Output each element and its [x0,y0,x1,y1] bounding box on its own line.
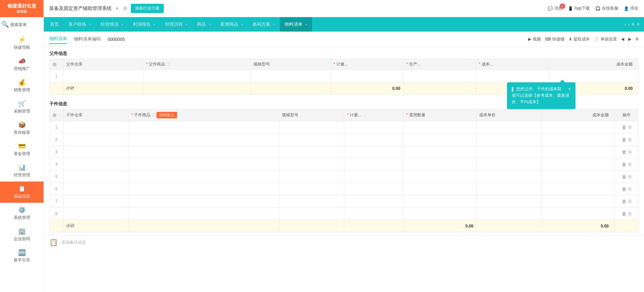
copy-icon-3[interactable]: ⎘ [629,149,631,155]
child-spec-3[interactable] [279,146,344,158]
delete-icon-1[interactable]: 🗑 [622,125,627,130]
service-item[interactable]: 🎧 在线客服 [595,5,618,11]
copy-icon-2[interactable]: ⎘ [629,137,631,142]
shortcut-action[interactable]: ⌨ 快捷键 [545,36,565,42]
child-spec-2[interactable] [279,133,344,146]
tab-customer[interactable]: 客户联络 × [64,17,96,32]
child-spec-1[interactable] [279,121,344,133]
th-child-settings[interactable]: ⚙ [50,109,63,121]
child-spec-7[interactable] [279,195,344,208]
child-goods-4[interactable] [128,158,279,171]
delete-icon-6[interactable]: 🗑 [622,186,627,192]
delete-icon-8[interactable]: 🗑 [622,211,627,217]
child-unit-price-6[interactable] [476,183,541,195]
child-unit-price-5[interactable] [476,171,541,183]
experience-button[interactable]: 体验行业方案 [131,4,164,13]
extract-cost-action[interactable]: ⬇ 提取成本 [569,36,590,42]
child-qty-1[interactable] [403,121,476,133]
child-unit-price-7[interactable] [476,195,541,208]
child-warehouse-7[interactable] [63,195,128,208]
parent-warehouse-1[interactable] [63,70,143,82]
child-goods-8[interactable] [128,208,279,220]
message-item[interactable]: 💬 6 消息 [548,5,562,11]
gear-icon-child[interactable]: ⚙ [52,113,57,118]
sub-tab-bom[interactable]: 物料清单 [49,34,67,44]
gear-icon[interactable]: ⚙ [52,62,57,67]
delete-icon-3[interactable]: 🗑 [622,149,627,155]
parent-cost-1[interactable] [476,70,548,82]
sidebar-item-quick-nav[interactable]: ⚡ 快捷导航 [0,33,44,54]
child-qty-4[interactable] [403,158,476,171]
child-qty-6[interactable] [403,183,476,195]
nav-left-icon[interactable]: ◀ [621,37,624,42]
tab-barcode[interactable]: 条码方案 × [248,17,280,32]
tooltip-close-icon[interactable]: × [568,86,571,92]
tab-profit-close[interactable]: × [153,23,156,26]
child-unit-price-2[interactable] [476,133,541,146]
child-unit-3[interactable] [344,146,403,158]
child-goods-2[interactable] [128,133,279,146]
dropdown-icon[interactable]: ▼ [115,6,119,11]
parent-production-1[interactable] [403,70,476,82]
close-window-icon[interactable]: × [637,21,640,27]
list-view-icon[interactable]: ≡ [635,36,639,42]
copy-icon-1[interactable]: ⎘ [629,125,631,130]
child-spec-6[interactable] [279,183,344,195]
parent-unit-1[interactable] [331,70,403,82]
child-unit-8[interactable] [344,208,403,220]
child-qty-7[interactable] [403,195,476,208]
child-qty-8[interactable] [403,208,476,220]
child-spec-4[interactable] [279,158,344,171]
tab-bom-close[interactable]: × [305,23,307,26]
sidebar-item-basic[interactable]: 📋 基础信息 [0,182,44,203]
copy-icon-5[interactable]: ⎘ [629,174,631,179]
next-tab-icon[interactable]: › [628,22,629,27]
tab-customer-close[interactable]: × [89,23,91,26]
tab-history[interactable]: 经营历程 × [160,17,193,32]
child-qty-2[interactable] [403,133,476,146]
child-unit-7[interactable] [344,195,403,208]
nav-right-icon[interactable]: ▶ [628,37,631,42]
copy-icon-4[interactable]: ⎘ [629,162,631,167]
tab-home[interactable]: 首页 [45,17,64,32]
settings-icon[interactable]: ⚙ [123,5,127,12]
child-unit-4[interactable] [344,158,403,171]
sub-tab-bom-code[interactable]: 物料清单编码 [74,35,101,44]
tab-new-goods-close[interactable]: × [241,23,243,26]
sidebar-item-finance[interactable]: 💳 资金管理 [0,139,44,160]
sidebar-item-purchase[interactable]: 🛒 采购管理 [0,96,44,118]
child-warehouse-6[interactable] [63,183,128,195]
app-download-item[interactable]: 📱 App下载 [568,5,590,11]
close-all-tabs-icon[interactable]: ≡ [631,21,634,27]
child-warehouse-8[interactable] [63,208,128,220]
child-unit-1[interactable] [344,121,403,133]
child-goods-3[interactable] [128,146,279,158]
sidebar-item-marketing[interactable]: 📣 营销推广 [0,54,44,75]
view-action[interactable]: ▶ 视频 [528,36,541,42]
user-item[interactable]: 👤 用友 [624,5,639,11]
child-qty-5[interactable] [403,171,476,183]
delete-icon-2[interactable]: 🗑 [622,137,627,142]
tab-goods[interactable]: 商品 × [192,17,215,32]
tab-barcode-close[interactable]: × [273,23,275,26]
child-unit-price-8[interactable] [476,208,541,220]
sidebar-item-guide[interactable]: 🆕 新手引导 [0,245,44,267]
child-goods-1[interactable] [128,121,279,133]
sidebar-item-operations[interactable]: 📊 经营管理 [0,160,44,182]
child-unit-2[interactable] [344,133,403,146]
tab-history-close[interactable]: × [186,23,188,26]
sidebar-item-enterprise[interactable]: 🏢 企业协同 [0,224,44,245]
child-qty-3[interactable] [403,146,476,158]
child-unit-6[interactable] [344,183,403,195]
parent-spec-1[interactable] [251,70,331,82]
copy-icon-6[interactable]: ⎘ [629,186,631,192]
child-warehouse-4[interactable] [63,158,128,171]
tab-operations[interactable]: 经营情况 × [96,17,128,32]
single-settings-action[interactable]: 📄 单据设置 [594,36,617,42]
tab-bom[interactable]: 物料清单 × [280,17,312,32]
parent-goods-1[interactable] [143,70,251,82]
copy-icon-7[interactable]: ⎘ [629,199,631,204]
child-goods-6[interactable] [128,183,279,195]
child-warehouse-2[interactable] [63,133,128,146]
sidebar-item-inventory[interactable]: 📦 库存核算 [0,118,44,139]
